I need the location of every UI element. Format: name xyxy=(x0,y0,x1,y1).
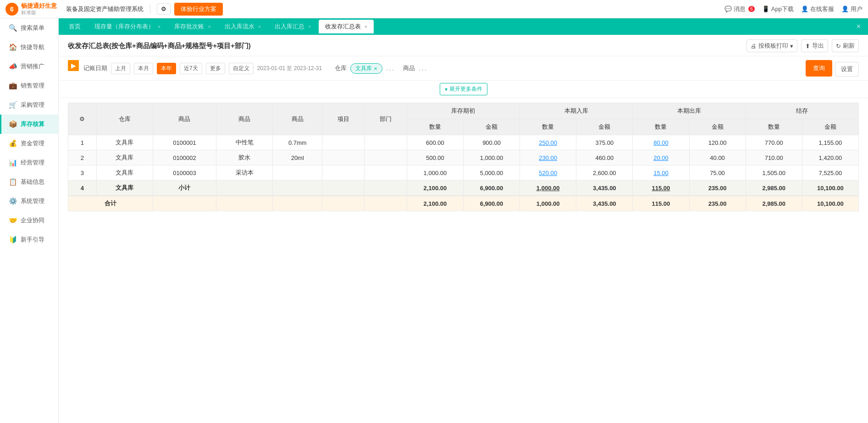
tab-batch-account[interactable]: 库存批次账 × xyxy=(168,20,217,33)
filter-toggle-btn[interactable]: ▶ xyxy=(68,60,79,71)
row2-out-amount: 40.00 xyxy=(689,150,746,165)
tab-in-out-flow[interactable]: 出入库流水 × xyxy=(218,20,267,33)
capital-icon: 💰 xyxy=(9,139,17,148)
tab-in-out-summary-label: 出入库汇总 xyxy=(275,22,304,31)
th-warehouse: 仓库 xyxy=(96,103,153,135)
sidebar-item-enterprise[interactable]: 🤝 企业协同 xyxy=(0,211,58,230)
expand-icon: ▾ xyxy=(445,86,448,93)
tab-in-out-flow-close[interactable]: × xyxy=(258,24,261,29)
subtotal-in-qty[interactable]: 1,000.00 xyxy=(520,181,576,196)
purchase-icon: 🛒 xyxy=(9,101,17,109)
row2-project xyxy=(322,150,365,165)
subtotal-no: 4 xyxy=(68,181,97,196)
subtotal-empty4 xyxy=(365,181,407,196)
row1-in-qty[interactable]: 250.00 xyxy=(520,135,576,150)
filter-row-1: 记账日期 上月 本月 本年 近7天 更多 自定义 2023-01-01 至 20… xyxy=(83,60,859,77)
expand-more-btn[interactable]: ▾ 展开更多条件 xyxy=(440,83,487,95)
warehouse-tag-remove[interactable]: × xyxy=(374,65,377,72)
basic-info-icon: 📋 xyxy=(9,178,17,186)
sidebar-item-marketing[interactable]: 📣 营销推广 xyxy=(0,57,58,76)
date-btn-this-year[interactable]: 本年 xyxy=(157,63,176,74)
tab-home[interactable]: 首页 xyxy=(62,20,87,33)
row2-name: 胶水 xyxy=(216,150,273,165)
query-btn[interactable]: 查询 xyxy=(806,60,832,77)
th-in-qty: 数量 xyxy=(520,119,576,135)
row3-in-qty[interactable]: 520.00 xyxy=(520,165,576,181)
tab-in-out-summary[interactable]: 出入库汇总 × xyxy=(268,20,317,33)
row1-dept xyxy=(365,135,407,150)
top-header: 6 畅捷通好生意 标准版 装备及固定资产辅助管理系统 ⚙ 体验行业方案 💬 消息… xyxy=(0,0,868,18)
table-settings-icon[interactable]: ⚙ xyxy=(79,115,85,122)
tab-batch-account-close[interactable]: × xyxy=(208,24,210,29)
enterprise-icon: 🤝 xyxy=(9,216,17,225)
close-all-tabs-btn[interactable]: × xyxy=(853,22,864,31)
refresh-btn[interactable]: ↻ 刷新 xyxy=(832,39,859,52)
phone-icon: 📱 xyxy=(762,5,769,12)
total-out-qty: 115.00 xyxy=(633,196,689,211)
warehouse-tag-value: 文具库 xyxy=(355,65,372,72)
header-actions: 💬 消息 6 📱 App下载 👤 在线客服 👤 用户 xyxy=(724,5,862,13)
th-settings[interactable]: ⚙ xyxy=(68,103,97,135)
subtotal-in-amount: 3,435.00 xyxy=(576,181,633,196)
sidebar-label-marketing: 营销推广 xyxy=(21,62,44,71)
row1-warehouse: 文具库 xyxy=(96,135,153,150)
th-opening-qty: 数量 xyxy=(407,119,463,135)
sidebar-item-search[interactable]: 🔍 搜索菜单 xyxy=(0,18,58,38)
row2-out-qty[interactable]: 20.00 xyxy=(633,150,689,165)
tab-inventory-dist[interactable]: 现存量（库存分布表） × xyxy=(88,20,167,33)
tab-inventory-dist-close[interactable]: × xyxy=(158,24,160,29)
app-download-action[interactable]: 📱 App下载 xyxy=(762,5,794,13)
date-btn-7days[interactable]: 近7天 xyxy=(180,63,202,74)
date-btn-last-month[interactable]: 上月 xyxy=(111,63,130,74)
settings-button[interactable]: ⚙ xyxy=(157,3,171,15)
th-in-group: 本期入库 xyxy=(520,103,633,119)
sidebar-item-inventory[interactable]: 📦 库存核算 xyxy=(0,115,58,134)
th-product-name: 商品 xyxy=(216,103,273,135)
sidebar-item-guide[interactable]: 🔰 新手引导 xyxy=(0,230,58,249)
subtotal-empty3 xyxy=(322,181,365,196)
th-in-amount: 金额 xyxy=(576,119,633,135)
sidebar-item-capital[interactable]: 💰 资金管理 xyxy=(0,134,58,153)
message-action[interactable]: 💬 消息 6 xyxy=(724,5,755,13)
sidebar-item-purchase[interactable]: 🛒 采购管理 xyxy=(0,95,58,115)
th-product-code: 商品 xyxy=(153,103,216,135)
row1-out-qty[interactable]: 80.00 xyxy=(633,135,689,150)
sidebar-label-enterprise: 企业协同 xyxy=(21,216,44,225)
date-btn-custom[interactable]: 自定义 xyxy=(229,63,254,74)
row2-opening-amount: 1,000.00 xyxy=(463,150,520,165)
online-service-action[interactable]: 👤 在线客服 xyxy=(801,5,834,13)
user-action[interactable]: 👤 用户 xyxy=(841,5,862,13)
sidebar-item-basic-info[interactable]: 📋 基础信息 xyxy=(0,172,58,192)
search-icon: 🔍 xyxy=(9,24,17,32)
logo-title: 畅捷通好生意 xyxy=(21,2,57,10)
sidebar-item-quick-nav[interactable]: 🏠 快捷导航 xyxy=(0,38,58,57)
subtotal-out-qty[interactable]: 115.00 xyxy=(633,181,689,196)
experience-btn[interactable]: 体验行业方案 xyxy=(174,3,223,16)
warehouse-filter-tag[interactable]: 文具库 × xyxy=(350,63,382,74)
th-out-qty: 数量 xyxy=(633,119,689,135)
warehouse-dots[interactable]: ... xyxy=(386,64,395,72)
print-btn[interactable]: 🖨 按模板打印 ▾ xyxy=(746,39,797,52)
system-name: 装备及固定资产辅助管理系统 xyxy=(66,5,144,13)
row3-opening-qty: 1,000.00 xyxy=(407,165,463,181)
guide-icon: 🔰 xyxy=(9,236,17,244)
filter-settings-btn[interactable]: 设置 xyxy=(835,62,859,77)
export-btn[interactable]: ⬆ 导出 xyxy=(801,39,828,52)
row2-in-qty[interactable]: 230.00 xyxy=(520,150,576,165)
sidebar-item-business[interactable]: 📊 经营管理 xyxy=(0,153,58,172)
export-icon: ⬆ xyxy=(805,43,810,49)
product-dots[interactable]: ... xyxy=(419,64,427,72)
sidebar-item-system[interactable]: ⚙️ 系统管理 xyxy=(0,192,58,211)
date-btn-this-month[interactable]: 本月 xyxy=(134,63,153,74)
tab-in-out-summary-close[interactable]: × xyxy=(308,24,311,29)
row3-spec xyxy=(273,165,322,181)
tab-receive-send[interactable]: 收发存汇总表 × xyxy=(319,20,374,33)
message-badge: 6 xyxy=(748,6,755,12)
sidebar-item-sales[interactable]: 💼 销售管理 xyxy=(0,76,58,95)
marketing-icon: 📣 xyxy=(9,62,17,71)
row3-out-qty[interactable]: 15.00 xyxy=(633,165,689,181)
service-icon: 👤 xyxy=(801,5,808,12)
date-btn-more[interactable]: 更多 xyxy=(206,63,225,74)
home-icon: 🏠 xyxy=(9,43,17,51)
tab-receive-send-close[interactable]: × xyxy=(365,24,367,29)
